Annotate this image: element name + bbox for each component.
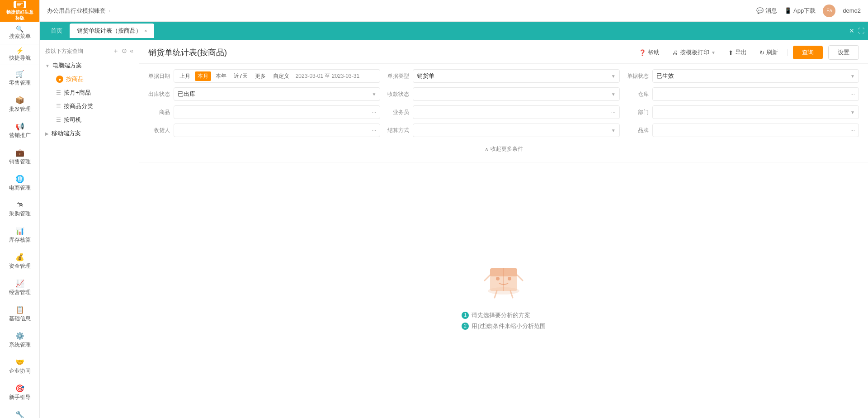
brand-control: ··· [652,124,859,137]
sidebar-item-sales[interactable]: 💼 销售管理 [0,144,39,170]
template-print-btn[interactable]: 🖨 按模板打印 ▼ [669,47,719,58]
out-control: 已出库 ▼ [174,87,380,101]
edit-scheme-btn[interactable]: ⊙ [122,47,127,55]
tabbar: 首页 销货单统计表（按商品） × ✕ ⛶ [40,22,868,40]
sidebar-item-finance[interactable]: 💰 资金管理 [0,248,39,275]
tab-home[interactable]: 首页 [43,24,70,38]
date-custom[interactable]: 自定义 [270,71,292,81]
status-label: 单据状态 [627,72,649,80]
tree-label-mobile: 移动端方案 [52,129,81,138]
staff-select[interactable]: ··· [413,105,619,119]
sidebar-item-ecommerce[interactable]: 🌐 电商管理 [0,170,39,196]
message-btn[interactable]: 💬 消息 [756,7,777,15]
date-more[interactable]: 更多 [252,71,269,81]
ecommerce-label: 电商管理 [9,184,31,192]
status-select[interactable]: 已生效 ▼ [652,69,859,83]
sidebar-item-operations[interactable]: 📈 经营管理 [0,275,39,301]
sidebar-item-inventory[interactable]: 📊 库存核算 [0,222,39,248]
dept-select[interactable]: ▼ [652,105,859,119]
settle-select[interactable]: ▼ [413,124,619,137]
receiver-control: ··· [174,124,380,137]
tip-num-2: 2 [462,323,469,330]
tree-item-desktop[interactable]: ▼ 电脑端方案 [40,59,139,72]
sidebar-item-basic[interactable]: 📋 基础信息 [0,301,39,327]
filter-staff: 业务员 ··· [387,105,619,119]
goods-control: ··· [174,105,380,119]
sidebar-item-retail[interactable]: 🛒 零售管理 [0,65,39,91]
filter-goods: 商品 ··· [148,105,380,119]
brand-dots: ··· [850,127,855,133]
collapse-filter-btn[interactable]: ∧ 收起更多条件 [148,142,859,157]
scheme-icon-month: ☰ [56,90,61,96]
refresh-btn[interactable]: ↻ 刷新 [756,47,782,58]
tree-desktop-children: ● 按商品 ☰ 按月+商品 ☰ 按商品分类 ☰ 按司机 [40,72,139,127]
receiver-label: 收货人 [148,127,170,134]
goods-dots: ··· [372,109,376,115]
tree-item-by-month-goods[interactable]: ☰ 按月+商品 [49,86,139,100]
tab-close-btn[interactable]: × [144,28,147,33]
date-last-month[interactable]: 上月 [177,71,193,81]
out-select[interactable]: 已出库 ▼ [174,87,380,101]
sidebar-item-guide[interactable]: 🎯 新手引导 [0,380,39,406]
receiver-dots: ··· [372,127,376,133]
right-panel: 销货单统计表(按商品) ❓ 帮助 🖨 按模板打印 ▼ ⬆ 导出 [139,40,868,418]
query-button[interactable]: 查询 [793,46,823,59]
help-btn[interactable]: ❓ 帮助 [635,47,663,58]
tree-label-month-goods: 按月+商品 [64,89,91,97]
sidebar-item-app-center[interactable]: 🔧 应用中心 [0,406,39,418]
system-label: 系统管理 [9,341,31,349]
enterprise-label: 企业协同 [9,367,31,375]
svg-point-6 [508,277,511,280]
receiver-select[interactable]: ··· [174,124,380,137]
svg-point-5 [496,277,500,280]
filter-out-status: 出库状态 已出库 ▼ [148,87,380,101]
app-download-btn[interactable]: 📱 App下载 [784,7,816,15]
settle-select-arrow: ▼ [611,128,616,133]
staff-control: ··· [413,105,619,119]
sidebar-item-wholesale[interactable]: 📦 批发管理 [0,91,39,118]
tree-arrow-desktop: ▼ [45,63,50,68]
warehouse-label: 仓库 [627,90,649,98]
collapse-panel-btn[interactable]: « [130,47,133,55]
sidebar-item-purchase[interactable]: 🛍 采购管理 [0,196,39,222]
type-control: 销货单 ▼ [413,69,619,83]
tree-item-by-category[interactable]: ☰ 按商品分类 [49,100,139,113]
svg-line-10 [517,275,523,280]
tree-label-category: 按商品分类 [64,102,93,110]
goods-select[interactable]: ··· [174,105,380,119]
inventory-label: 库存核算 [9,236,31,244]
sidebar-item-system[interactable]: ⚙️ 系统管理 [0,327,39,353]
empty-state: 1 请先选择要分析的方案 2 用[过滤]条件来缩小分析范围 [139,162,868,418]
print-arrow-icon: ▼ [711,50,716,55]
tree-label-driver: 按司机 [64,116,81,124]
search-menu[interactable]: 🔍 搜索菜单 [0,22,39,44]
tab-sales-stats[interactable]: 销货单统计表（按商品） × [70,24,154,38]
collapse-arrow-icon: ∧ [485,146,489,152]
empty-illustration [476,248,531,302]
date-bar[interactable]: 上月 本月 本年 近7天 更多 自定义 2023-03-01 至 2023-03… [174,69,380,83]
date-7days[interactable]: 近7天 [231,71,250,81]
purchase-label: 采购管理 [9,210,31,218]
retail-label: 零售管理 [9,79,31,87]
avatar[interactable]: Ea [823,5,835,17]
brand-select[interactable]: ··· [652,124,859,137]
date-this-year[interactable]: 本年 [213,71,229,81]
tree-item-by-driver[interactable]: ☰ 按司机 [49,113,139,127]
sidebar-item-marketing[interactable]: 📢 营销推广 [0,118,39,144]
settings-button[interactable]: 设置 [828,45,859,60]
active-scheme-indicator: ● [56,76,63,83]
date-this-month[interactable]: 本月 [195,71,211,81]
type-select[interactable]: 销货单 ▼ [413,69,619,83]
tree-item-by-goods[interactable]: ● 按商品 [49,72,139,86]
warehouse-select[interactable]: ··· [652,87,859,101]
export-icon: ⬆ [728,49,733,56]
export-btn[interactable]: ⬆ 导出 [725,47,750,58]
quick-nav[interactable]: ⚡ 快捷导航 [0,44,39,65]
receipt-select[interactable]: ▼ [413,87,619,101]
tree-item-mobile[interactable]: ▶ 移动端方案 [40,127,139,140]
sidebar-item-enterprise[interactable]: 🤝 企业协同 [0,353,39,380]
add-scheme-btn[interactable]: ＋ [113,47,119,55]
tab-expand-btn[interactable]: ⛶ [858,27,864,34]
tab-collapse-btn[interactable]: ✕ [849,27,854,34]
status-select-arrow: ▼ [850,74,855,79]
